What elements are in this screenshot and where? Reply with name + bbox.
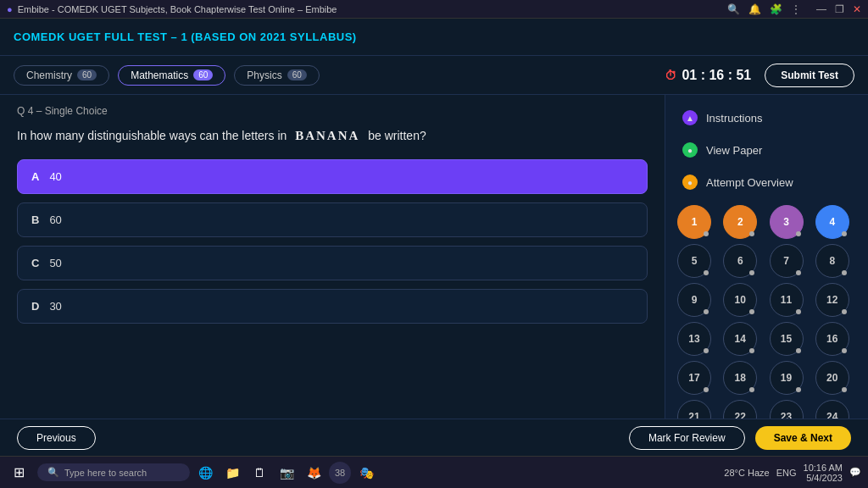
question-number-9[interactable]: 9 (677, 283, 711, 317)
question-text-after: be written? (368, 129, 426, 142)
sidebar-instructions[interactable]: ▲ Instructions (674, 103, 860, 132)
option-a[interactable]: A 40 (17, 159, 648, 194)
bottom-bar: Previous Mark For Review Save & Next (0, 419, 868, 456)
titlebar-controls: 🔍 🔔 🧩 ⋮ — ❐ ✕ (727, 3, 861, 15)
question-number-14[interactable]: 14 (723, 322, 757, 356)
app-title: COMEDK UGET FULL TEST – 1 (BASED ON 2021… (14, 30, 357, 43)
q-dot-4 (842, 231, 847, 236)
sidebar-attempt-overview[interactable]: ● Attempt Overview (674, 168, 860, 197)
question-number-16[interactable]: 16 (815, 322, 849, 356)
question-text-before: In how many distinguishable ways can the… (17, 129, 287, 142)
taskbar: ⊞ 🔍 Type here to search 🌐 📁 🗒 📷 🦊 38 🎭 2… (0, 456, 868, 488)
q-dot-14 (749, 348, 754, 353)
q-dot-1 (704, 231, 709, 236)
previous-button[interactable]: Previous (17, 426, 96, 450)
tab-physics-count: 60 (287, 69, 307, 80)
tabs-bar: Chemistry 60 Mathematics 60 Physics 60 ⏱… (0, 56, 868, 95)
q-dot-3 (796, 231, 801, 236)
start-button[interactable]: ⊞ (7, 461, 31, 485)
question-number-22[interactable]: 22 (723, 400, 757, 419)
search-icon: 🔍 (47, 467, 59, 478)
question-number-19[interactable]: 19 (770, 361, 804, 395)
tab-chemistry[interactable]: Chemistry 60 (14, 65, 109, 86)
question-number-23[interactable]: 23 (770, 400, 804, 419)
question-number-10[interactable]: 10 (723, 283, 757, 317)
maximize-icon[interactable]: ❐ (835, 3, 844, 15)
q-dot-13 (704, 348, 709, 353)
option-b-value: 60 (49, 214, 61, 226)
question-number-20[interactable]: 20 (815, 361, 849, 395)
question-number-3[interactable]: 3 (770, 205, 804, 239)
notification-icon[interactable]: 💬 (849, 467, 861, 478)
question-grid: 1234567891011121314151617181920212223242… (674, 200, 860, 419)
question-number-8[interactable]: 8 (815, 244, 849, 278)
save-next-button[interactable]: Save & Next (755, 426, 851, 450)
option-c-value: 50 (49, 257, 61, 269)
title-bar: ● Embibe - COMEDK UGET Subjects, Book Ch… (0, 0, 868, 19)
taskbar-search[interactable]: 🔍 Type here to search (37, 463, 190, 481)
question-meta: Q 4 – Single Choice (17, 105, 648, 117)
question-number-15[interactable]: 15 (770, 322, 804, 356)
q-dot-7 (796, 270, 801, 275)
search-placeholder: Type here to search (64, 468, 147, 478)
attempt-overview-label: Attempt Overview (706, 176, 793, 189)
question-number-5[interactable]: 5 (677, 244, 711, 278)
tab-physics[interactable]: Physics 60 (234, 65, 319, 86)
q-dot-12 (842, 309, 847, 314)
mark-for-review-button[interactable]: Mark For Review (629, 426, 745, 450)
extensions-icon[interactable]: 🧩 (770, 3, 782, 15)
option-d-value: 30 (49, 300, 61, 313)
q-dot-17 (704, 387, 709, 392)
question-number-4[interactable]: 4 (815, 205, 849, 239)
taskbar-edge-icon[interactable]: 🌐 (193, 461, 217, 485)
taskbar-center: 🔍 Type here to search 🌐 📁 🗒 📷 🦊 38 🎭 (37, 461, 724, 485)
sidebar-view-paper[interactable]: ● View Paper (674, 136, 860, 164)
taskbar-date: 5/4/2023 (804, 473, 843, 483)
question-number-1[interactable]: 1 (677, 205, 711, 239)
option-a-letter: A (31, 170, 39, 183)
sidebar: ▲ Instructions ● View Paper ● Attempt Ov… (665, 95, 868, 419)
question-number-13[interactable]: 13 (677, 322, 711, 356)
taskbar-app4[interactable]: 🦊 (302, 461, 326, 485)
option-c[interactable]: C 50 (17, 246, 648, 280)
question-number-12[interactable]: 12 (815, 283, 849, 317)
taskbar-app2[interactable]: 🗒 (248, 461, 271, 485)
q-dot-20 (842, 387, 847, 392)
option-b[interactable]: B 60 (17, 202, 648, 237)
close-icon[interactable]: ✕ (853, 3, 861, 15)
header-right: ⏱ 01 : 16 : 51 Submit Test (665, 64, 854, 87)
q-dot-6 (749, 270, 754, 275)
option-d-letter: D (31, 300, 39, 313)
q-dot-15 (796, 348, 801, 353)
attempt-overview-icon: ● (682, 175, 698, 190)
search-icon[interactable]: 🔍 (727, 3, 740, 15)
app-header: COMEDK UGET FULL TEST – 1 (BASED ON 2021… (0, 19, 868, 56)
taskbar-app5[interactable]: 38 (329, 462, 351, 484)
question-number-2[interactable]: 2 (723, 205, 757, 239)
submit-test-button[interactable]: Submit Test (765, 64, 854, 87)
question-number-6[interactable]: 6 (723, 244, 757, 278)
taskbar-app3[interactable]: 📷 (275, 461, 298, 485)
option-d[interactable]: D 30 (17, 289, 648, 324)
minimize-icon[interactable]: — (816, 3, 826, 15)
question-number-18[interactable]: 18 (723, 361, 757, 395)
tab-mathematics[interactable]: Mathematics 60 (118, 65, 225, 86)
q-dot-11 (796, 309, 801, 314)
settings-icon[interactable]: 🔔 (748, 3, 761, 15)
menu-icon[interactable]: ⋮ (791, 3, 801, 15)
question-number-17[interactable]: 17 (677, 361, 711, 395)
taskbar-app1[interactable]: 📁 (220, 461, 244, 485)
subject-tabs: Chemistry 60 Mathematics 60 Physics 60 (14, 65, 320, 86)
tab-chemistry-count: 60 (77, 69, 97, 80)
question-number-21[interactable]: 21 (677, 400, 711, 419)
q-dot-2 (749, 231, 754, 236)
taskbar-app6[interactable]: 🎭 (354, 461, 378, 485)
app-favicon: ● (7, 4, 13, 14)
instructions-label: Instructions (706, 112, 762, 125)
question-number-7[interactable]: 7 (770, 244, 804, 278)
taskbar-left: ⊞ (7, 461, 31, 485)
question-number-24[interactable]: 24 (815, 400, 849, 419)
question-number-11[interactable]: 11 (770, 283, 804, 317)
timer-value: 01 : 16 : 51 (682, 68, 751, 83)
weather-info: 28°C Haze (724, 468, 769, 478)
